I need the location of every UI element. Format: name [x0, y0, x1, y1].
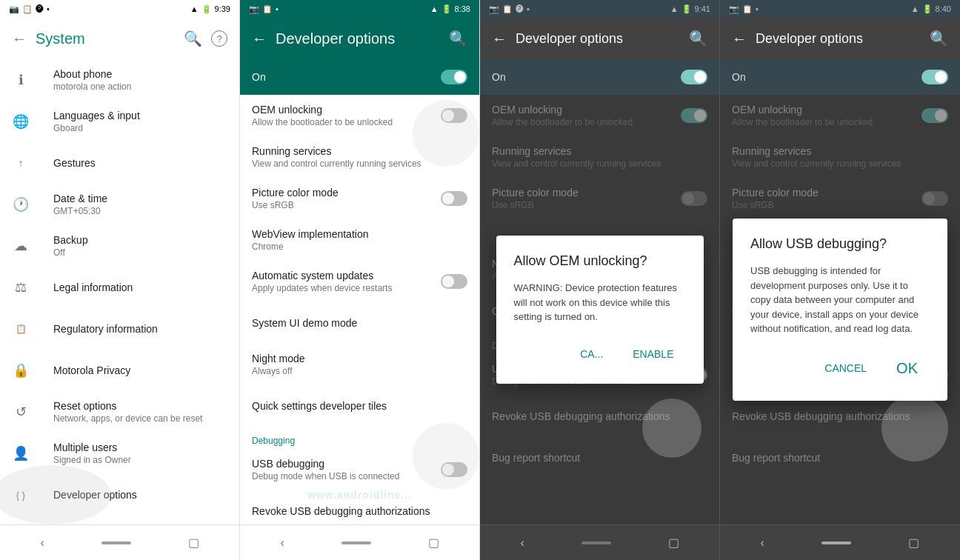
- search-icon-r2[interactable]: 🔍: [930, 30, 948, 47]
- help-icon-left[interactable]: ?: [211, 30, 227, 47]
- system-ui-item[interactable]: System UI demo mode: [240, 302, 479, 344]
- on-bar-r2[interactable]: On: [720, 59, 960, 95]
- home-indicator-r2[interactable]: [821, 541, 851, 544]
- notification-icon-3: 🅟: [36, 4, 44, 13]
- notif-r1-2: 📋: [502, 4, 513, 14]
- search-icon-r1[interactable]: 🔍: [689, 30, 707, 47]
- home-indicator-left[interactable]: [101, 541, 131, 544]
- notif-icon-m1: 📷: [249, 4, 259, 14]
- usb-debug-item[interactable]: USB debugging Debug mode when USB is con…: [240, 449, 479, 490]
- recents-btn-r2[interactable]: ▢: [908, 536, 919, 550]
- on-bar-r1[interactable]: On: [480, 59, 719, 95]
- picture-color-item[interactable]: Picture color mode Use sRGB: [240, 178, 479, 219]
- usb-dialog-actions: Cancel OK: [750, 354, 930, 383]
- sidebar-item-languages[interactable]: 🌐 Languages & input Gboard: [0, 101, 239, 142]
- night-mode-item[interactable]: Night mode Always off: [240, 344, 479, 385]
- oem-toggle[interactable]: [441, 108, 467, 123]
- wifi-r1: ▲: [670, 4, 679, 13]
- usb-content: USB debugging Debug mode when USB is con…: [252, 458, 441, 481]
- oem-cancel-btn[interactable]: Ca...: [568, 342, 615, 366]
- oem-title: OEM unlocking: [252, 104, 441, 116]
- datetime-title: Date & time: [53, 193, 227, 204]
- recents-btn-middle[interactable]: ▢: [428, 536, 439, 550]
- on-toggle-r1[interactable]: [681, 70, 707, 84]
- sidebar-item-backup[interactable]: ☁ Backup Off: [0, 225, 239, 267]
- auto-updates-toggle[interactable]: [441, 274, 467, 289]
- sidebar-item-about[interactable]: ℹ About phone motorola one action: [0, 59, 239, 101]
- running-subtitle: View and control currently running servi…: [252, 159, 467, 169]
- back-icon-r2[interactable]: ←: [732, 30, 747, 47]
- time-r1: 9:41: [695, 4, 710, 13]
- back-icon-r1[interactable]: ←: [492, 30, 507, 47]
- sidebar-item-reset[interactable]: ↺ Reset options Network, apps, or device…: [0, 391, 239, 433]
- sidebar-item-system-updates[interactable]: 📱 System updates Updated to Android 9: [0, 516, 239, 524]
- auto-updates-item[interactable]: Automatic system updates Apply updates w…: [240, 261, 479, 302]
- system-ui-content: System UI demo mode: [252, 317, 467, 329]
- usb-dialog-title: Allow USB debugging?: [750, 236, 930, 252]
- legal-title: Legal information: [53, 281, 227, 293]
- webview-content: WebView implementation Chrome: [252, 228, 467, 252]
- usb-dialog-body: USB debugging is intended for developmen…: [750, 264, 930, 336]
- notif-dot-r2: •: [756, 4, 759, 13]
- home-indicator-middle[interactable]: [341, 541, 371, 544]
- sidebar-item-datetime[interactable]: 🕐 Date & time GMT+05:30: [0, 184, 239, 225]
- usb-cancel-btn[interactable]: Cancel: [813, 354, 879, 383]
- on-bar-middle[interactable]: On: [240, 59, 479, 95]
- revoke-usb-item[interactable]: Revoke USB debugging authorizations: [240, 490, 479, 524]
- search-icon-left[interactable]: 🔍: [184, 30, 202, 47]
- recents-btn-r1[interactable]: ▢: [668, 536, 679, 550]
- on-toggle-r2[interactable]: [921, 70, 948, 84]
- reset-title: Reset options: [53, 400, 227, 412]
- back-btn-r1[interactable]: ‹: [520, 536, 524, 550]
- on-label-r1: On: [492, 71, 681, 83]
- search-icon-middle[interactable]: 🔍: [449, 30, 467, 47]
- home-indicator-r1[interactable]: [581, 541, 611, 544]
- recents-btn-left[interactable]: ▢: [188, 536, 199, 550]
- status-bar-middle: 📷 📋 • ▲ 🔋 8:38: [240, 0, 479, 18]
- back-btn-left[interactable]: ‹: [40, 536, 44, 550]
- oem-dialog-overlay: Allow OEM unlocking? WARNING: Device pro…: [480, 95, 719, 524]
- on-toggle-middle[interactable]: [441, 70, 467, 84]
- notif-r1-1: 📷: [489, 4, 499, 14]
- back-btn-r2[interactable]: ‹: [761, 536, 764, 550]
- webview-item[interactable]: WebView implementation Chrome: [240, 219, 479, 261]
- wifi-icon: ▲: [190, 4, 199, 13]
- oem-dialog-actions: Ca... Enable: [514, 342, 686, 366]
- status-info-r2: ▲ 🔋 8:40: [911, 4, 951, 14]
- sidebar-item-privacy[interactable]: 🔒 Motorola Privacy: [0, 350, 239, 391]
- oem-unlocking-item[interactable]: OEM unlocking Allow the bootloader to be…: [240, 95, 479, 136]
- sidebar-item-regulatory[interactable]: 📋 Regulatory information: [0, 308, 239, 350]
- languages-subtitle: Gboard: [53, 123, 227, 133]
- on-label-middle: On: [252, 71, 441, 83]
- quick-settings-item[interactable]: Quick settings developer tiles: [240, 385, 479, 427]
- status-info-r1: ▲ 🔋 9:41: [670, 4, 710, 14]
- notif-r2-1: 📷: [729, 4, 739, 14]
- bottom-nav-r1: ‹ ▢: [480, 524, 719, 560]
- gestures-content: Gestures: [53, 157, 227, 169]
- about-icon: ℹ: [12, 71, 30, 89]
- sidebar-item-gestures[interactable]: ↑ Gestures: [0, 142, 239, 184]
- status-info-left: ▲ 🔋 9:39: [190, 4, 230, 14]
- notif-r1-3: 🅟: [516, 4, 524, 13]
- users-title: Multiple users: [53, 441, 227, 453]
- back-icon-middle[interactable]: ←: [252, 30, 267, 47]
- gestures-icon: ↑: [12, 154, 30, 172]
- battery-r1: 🔋: [681, 4, 692, 14]
- picture-toggle[interactable]: [441, 191, 467, 206]
- time-left: 9:39: [215, 4, 230, 13]
- left-panel: 📷 📋 🅟 • ▲ 🔋 9:39 ← System 🔍 ? ℹ About ph…: [0, 0, 240, 560]
- webview-subtitle: Chrome: [252, 241, 467, 252]
- right-panel-1: 📷 📋 🅟 • ▲ 🔋 9:41 ← Developer options 🔍 O…: [480, 0, 720, 560]
- sidebar-item-developer[interactable]: { } Developer options: [0, 474, 239, 516]
- time-r2: 8:40: [936, 4, 951, 13]
- usb-toggle[interactable]: [441, 462, 467, 477]
- running-services-item[interactable]: Running services View and control curren…: [240, 136, 479, 178]
- back-btn-middle[interactable]: ‹: [280, 536, 284, 550]
- sidebar-item-legal[interactable]: ⚖ Legal information: [0, 267, 239, 308]
- back-icon-left[interactable]: ←: [12, 30, 27, 47]
- status-bar-left: 📷 📋 🅟 • ▲ 🔋 9:39: [0, 0, 239, 18]
- night-content: Night mode Always off: [252, 353, 467, 376]
- oem-enable-btn[interactable]: Enable: [621, 342, 685, 366]
- sidebar-item-users[interactable]: 👤 Multiple users Signed in as Owner: [0, 433, 239, 474]
- usb-ok-btn[interactable]: OK: [884, 354, 930, 383]
